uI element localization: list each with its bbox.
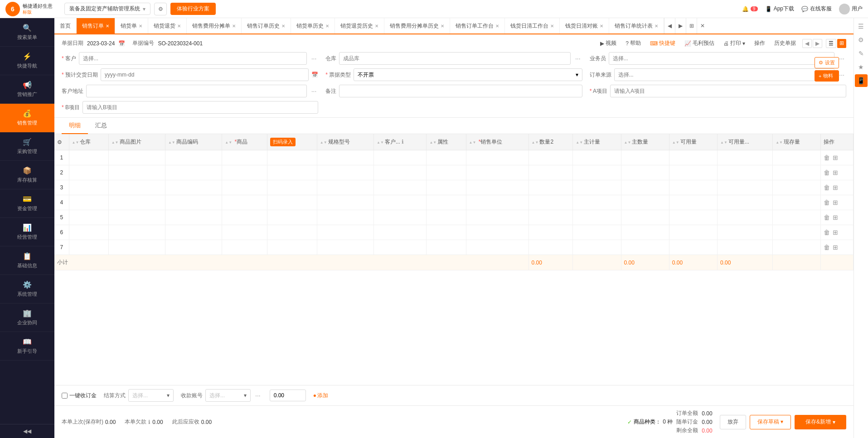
row-2-delete-btn[interactable]: 🗑 [824, 169, 830, 176]
tab-sales-history[interactable]: 销售订单历史 ✕ [242, 18, 291, 34]
tab-close-sales-order[interactable]: ✕ [106, 24, 109, 29]
sidebar-item-system[interactable]: ⚙️ 系统管理 [0, 275, 54, 303]
tab-nav-more[interactable]: ⊞ [686, 18, 697, 34]
tab-sales-return-history[interactable]: 销货单历史 ✕ [291, 18, 335, 34]
tab-close-order-stats[interactable]: ✕ [655, 24, 658, 29]
row-4-delete-btn[interactable]: 🗑 [824, 199, 830, 206]
warehouse-more-btn[interactable]: ··· [573, 54, 582, 63]
row-5-delete-btn[interactable]: 🗑 [824, 214, 830, 221]
discard-button[interactable]: 放弃 [720, 415, 746, 429]
profit-btn[interactable]: 📈 毛利预估 [682, 38, 717, 48]
history-btn[interactable]: 历史单据 [771, 38, 799, 48]
sidebar-item-search[interactable]: 🔍 搜索菜单 [0, 18, 54, 47]
tab-daily-reconcile[interactable]: 钱货日清对账 ✕ [560, 18, 609, 34]
system-selector[interactable]: 装备及固定资产辅助管理系统 ▾ [64, 3, 150, 15]
quick-settle-checkbox[interactable] [62, 393, 68, 399]
user-area[interactable]: 用户 [839, 4, 863, 14]
date-calendar-icon[interactable]: 📅 [118, 40, 125, 47]
invoice-type-select[interactable]: 不开票 ▾ [354, 68, 582, 81]
tab-expense-history[interactable]: 销售费用分摊单历史 ✕ [384, 18, 450, 34]
sidebar-item-enterprise[interactable]: 🏢 企业协同 [0, 303, 54, 332]
sidebar-item-base-info[interactable]: 📋 基础信息 [0, 246, 54, 275]
rs-btn-1[interactable]: ☰ [855, 20, 868, 33]
scan-button[interactable]: 扫码录入 [270, 138, 296, 146]
sidebar-item-marketing[interactable]: 📢 营销推广 [0, 75, 54, 104]
order-source-input[interactable] [614, 68, 835, 81]
row-4-copy-btn[interactable]: ⊞ [833, 199, 838, 206]
row-3-copy-btn[interactable]: ⊞ [833, 184, 838, 191]
tab-return-history[interactable]: 销货退货历史 ✕ [335, 18, 384, 34]
shortcut-btn[interactable]: ⌨ 快捷键 [647, 38, 678, 48]
tab-close-sales-return[interactable]: ✕ [139, 24, 142, 29]
rs-btn-5[interactable]: 📱 [855, 74, 868, 87]
tab-close-expense-history[interactable]: ✕ [441, 24, 444, 29]
add-item-quick-btn[interactable]: + 物料 [815, 70, 839, 82]
customer-addr-more-btn[interactable]: ··· [310, 87, 319, 96]
customer-input[interactable] [79, 52, 307, 65]
settings-quick-btn[interactable]: ⚙ 设置 [815, 57, 839, 68]
tab-close-daily-clear[interactable]: ✕ [550, 24, 554, 29]
list-view-btn[interactable]: ☰ [826, 39, 836, 48]
tab-sales-expense[interactable]: 销售费用分摊单 ✕ [187, 18, 242, 34]
tab-close-return-history[interactable]: ✕ [375, 24, 378, 29]
tab-close-sales-return2[interactable]: ✕ [177, 24, 181, 29]
staff-input[interactable] [609, 52, 835, 65]
grid-view-btn[interactable]: ⊞ [837, 39, 846, 48]
row-2-copy-btn[interactable]: ⊞ [833, 169, 838, 176]
sidebar-item-finance[interactable]: 💳 资金管理 [0, 189, 54, 218]
row-1-delete-btn[interactable]: 🗑 [824, 154, 830, 161]
tab-close-daily-reconcile[interactable]: ✕ [600, 24, 603, 29]
rs-btn-4[interactable]: ★ [855, 61, 868, 73]
tab-order-workbench[interactable]: 销售订单工作台 ✕ [450, 18, 505, 34]
delivery-calendar-icon[interactable]: 📅 [311, 72, 318, 78]
tab-sales-return2[interactable]: 销货退货 ✕ [148, 18, 187, 34]
next-record-btn[interactable]: ▶ [813, 39, 822, 48]
add-button[interactable]: ● 添加 [313, 392, 328, 399]
save-draft-button[interactable]: 保存草稿 ▾ [750, 415, 791, 429]
rs-btn-2[interactable]: ⚙ [855, 34, 868, 46]
tab-nav-next[interactable]: ▶ [675, 18, 686, 34]
tab-close-sales-expense[interactable]: ✕ [232, 24, 236, 29]
tab-summary[interactable]: 汇总 [88, 118, 114, 134]
row-3-delete-btn[interactable]: 🗑 [824, 184, 830, 191]
row-7-copy-btn[interactable]: ⊞ [833, 244, 838, 251]
warehouse-input[interactable] [339, 52, 571, 65]
tab-nav-prev[interactable]: ◀ [664, 18, 675, 34]
notification-item[interactable]: 🔔 9 [742, 6, 758, 12]
sidebar-item-quick-nav[interactable]: ⚡ 快捷导航 [0, 47, 54, 75]
tab-close-sales-return-history[interactable]: ✕ [325, 24, 329, 29]
delivery-date-input[interactable] [101, 68, 309, 81]
project-b-input[interactable] [82, 101, 318, 114]
tab-detail[interactable]: 明细 [62, 118, 88, 134]
tab-daily-clear[interactable]: 钱货日清工作台 ✕ [505, 18, 560, 34]
settle-method-select[interactable]: 选择... ▾ [128, 389, 174, 402]
tab-close-order-workbench[interactable]: ✕ [495, 24, 499, 29]
tab-order-stats[interactable]: 销售订单统计表 ✕ [609, 18, 664, 34]
customer-more-btn[interactable]: ··· [310, 54, 319, 63]
sidebar-item-sales[interactable]: 💰 销售管理 [0, 104, 54, 132]
row-7-delete-btn[interactable]: 🗑 [824, 244, 830, 251]
gear-button[interactable]: ⚙ [154, 3, 167, 15]
rs-btn-3[interactable]: ✎ [855, 47, 868, 60]
help-btn[interactable]: ? 帮助 [623, 38, 644, 48]
tab-close-sales-history[interactable]: ✕ [281, 24, 285, 29]
tab-sales-order[interactable]: 销售订单 ✕ [77, 18, 115, 34]
app-download-item[interactable]: 📱 App下载 [765, 5, 794, 13]
row-5-copy-btn[interactable]: ⊞ [833, 214, 838, 221]
prev-record-btn[interactable]: ◀ [802, 39, 812, 48]
print-btn[interactable]: 🖨 打印 ▾ [721, 38, 748, 48]
remark-input[interactable] [339, 85, 582, 97]
tab-home[interactable]: 首页 [54, 18, 77, 34]
operation-btn[interactable]: 操作 [752, 38, 768, 48]
sidebar-collapse-button[interactable]: ◀◀ [0, 424, 54, 438]
row-6-delete-btn[interactable]: 🗑 [824, 229, 830, 236]
account-more-btn[interactable]: ··· [253, 391, 262, 400]
tab-sales-return[interactable]: 销货单 ✕ [115, 18, 148, 34]
industry-button[interactable]: 体验行业方案 [170, 3, 216, 15]
view-video-btn[interactable]: ▶ 视频 [597, 38, 619, 48]
online-service-item[interactable]: 💬 在线客服 [801, 5, 832, 13]
project-a-input[interactable] [610, 85, 846, 97]
customer-addr-input[interactable] [86, 85, 307, 97]
sidebar-item-inventory[interactable]: 📦 库存核算 [0, 161, 54, 189]
row-1-copy-btn[interactable]: ⊞ [833, 154, 838, 161]
